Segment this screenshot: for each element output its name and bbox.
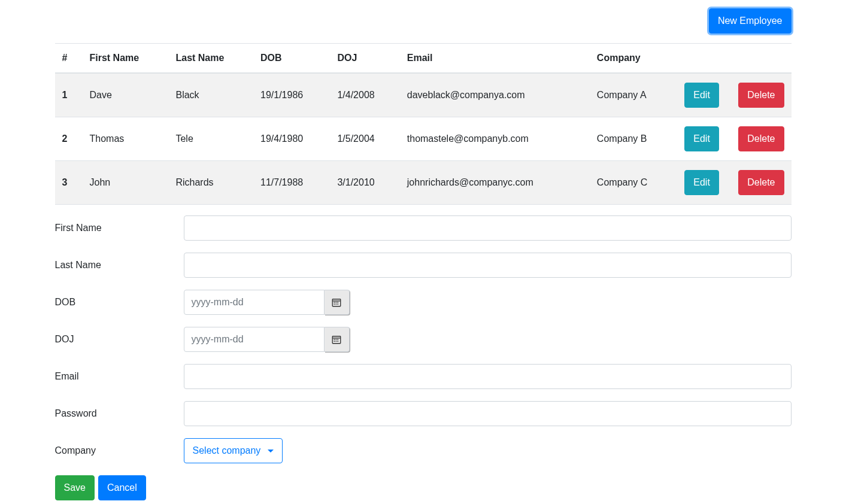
calendar-icon [331,297,342,308]
cell-first: John [83,161,169,205]
col-index: # [55,44,83,73]
new-employee-button[interactable]: New Employee [709,8,792,34]
delete-button[interactable]: Delete [738,126,784,151]
cell-index: 2 [55,117,83,161]
dob-input[interactable] [184,290,325,315]
col-delete [731,44,791,73]
edit-button[interactable]: Edit [684,83,719,108]
col-company: Company [590,44,677,73]
email-label: Email [55,371,184,382]
col-edit [677,44,731,73]
cell-dob: 19/4/1980 [253,117,330,161]
cell-last: Black [168,73,253,117]
col-email: Email [400,44,590,73]
first-name-label: First Name [55,223,184,233]
doj-label: DOJ [55,334,184,345]
col-last: Last Name [168,44,253,73]
col-dob: DOB [253,44,330,73]
save-button[interactable]: Save [55,475,95,500]
cell-last: Tele [168,117,253,161]
first-name-input[interactable] [184,215,792,241]
last-name-input[interactable] [184,253,792,278]
cell-doj: 1/4/2008 [330,73,399,117]
cell-doj: 3/1/2010 [330,161,399,205]
table-row: 1DaveBlack19/1/19861/4/2008daveblack@com… [55,73,792,117]
email-input[interactable] [184,364,792,389]
cell-doj: 1/5/2004 [330,117,399,161]
cell-company: Company A [590,73,677,117]
password-input[interactable] [184,401,792,426]
table-header-row: # First Name Last Name DOB DOJ Email Com… [55,44,792,73]
table-row: 2ThomasTele19/4/19801/5/2004thomastele@c… [55,117,792,161]
col-doj: DOJ [330,44,399,73]
employee-form: First Name Last Name DOB [55,215,792,500]
cell-company: Company B [590,117,677,161]
cell-dob: 19/1/1986 [253,73,330,117]
cell-email: thomastele@companyb.com [400,117,590,161]
cell-company: Company C [590,161,677,205]
cell-last: Richards [168,161,253,205]
delete-button[interactable]: Delete [738,170,784,195]
company-label: Company [55,445,184,456]
edit-button[interactable]: Edit [684,170,719,195]
cell-email: daveblack@companya.com [400,73,590,117]
doj-datepicker-button[interactable] [325,327,350,352]
delete-button[interactable]: Delete [738,83,784,108]
cancel-button[interactable]: Cancel [98,475,146,500]
cell-email: johnrichards@companyc.com [400,161,590,205]
cell-first: Thomas [83,117,169,161]
cell-first: Dave [83,73,169,117]
dob-label: DOB [55,297,184,308]
cell-index: 1 [55,73,83,117]
password-label: Password [55,408,184,419]
cell-dob: 11/7/1988 [253,161,330,205]
table-row: 3JohnRichards11/7/19883/1/2010johnrichar… [55,161,792,205]
company-dropdown[interactable]: Select company [184,438,283,463]
svg-rect-8 [332,336,341,344]
edit-button[interactable]: Edit [684,126,719,151]
chevron-down-icon [268,450,274,453]
company-dropdown-label: Select company [193,444,261,458]
svg-rect-0 [332,299,341,306]
last-name-label: Last Name [55,260,184,271]
dob-datepicker-button[interactable] [325,290,350,315]
employee-table: # First Name Last Name DOB DOJ Email Com… [55,44,792,205]
col-first: First Name [83,44,169,73]
cell-index: 3 [55,161,83,205]
calendar-icon [331,334,342,345]
doj-input[interactable] [184,327,325,352]
